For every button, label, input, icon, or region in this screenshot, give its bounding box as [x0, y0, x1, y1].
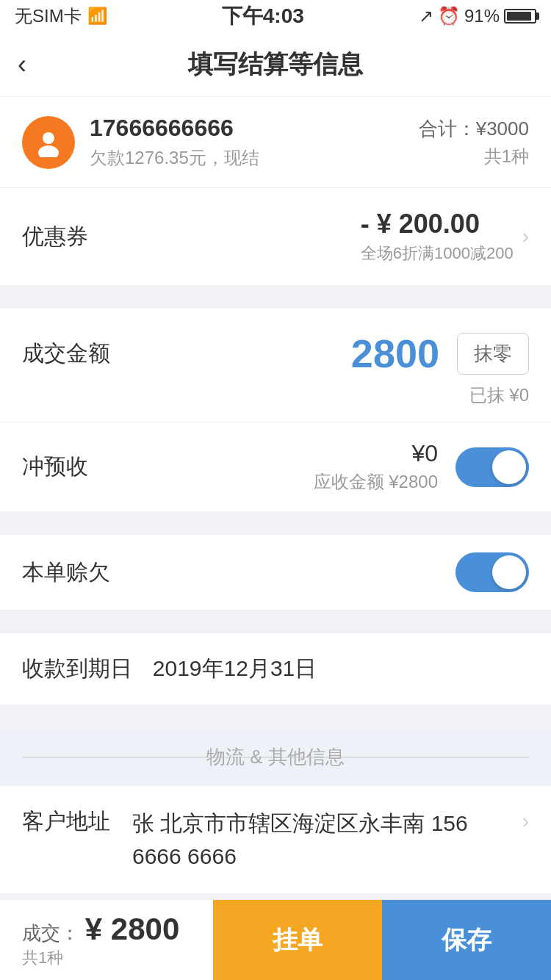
address-label: 客户地址 — [22, 807, 110, 837]
svg-point-0 — [43, 132, 54, 144]
wifi-icon: 📶 — [87, 7, 107, 26]
status-left: 无SIM卡 📶 — [15, 4, 107, 28]
divider-2 — [0, 523, 551, 535]
customer-row: 17666666666 欠款1276.35元，现结 合计：¥3000 共1种 — [0, 97, 551, 188]
address-value: 张 北京市市辖区海淀区永丰南 156 6666 6666 — [132, 807, 511, 873]
prepay-row: 冲预收 ¥0 应收金额 ¥2800 — [0, 422, 551, 511]
amount-right: 2800 抹零 — [351, 331, 529, 376]
battery-icon — [504, 9, 536, 24]
footer-info: 成交： ¥ 2800 共1种 — [0, 912, 213, 969]
customer-left: 17666666666 欠款1276.35元，现结 — [22, 115, 259, 170]
footer-total-amount: ¥ 2800 — [85, 912, 179, 946]
logistics-title: 物流 & 其他信息 — [206, 746, 345, 768]
coupon-label: 优惠券 — [22, 222, 88, 252]
coupon-right: - ¥ 200.00 全场6折满1000减200 › — [361, 209, 529, 264]
save-button[interactable]: 保存 — [382, 900, 551, 980]
amount-section: 成交金额 2800 抹零 已抹 ¥0 冲预收 ¥0 应收金额 ¥2800 — [0, 309, 551, 511]
total-count: 共1种 — [419, 145, 529, 168]
carrier-label: 无SIM卡 — [15, 4, 82, 28]
page-title: 填写结算等信息 — [188, 48, 363, 82]
arrears-section: 本单赊欠 — [0, 535, 551, 610]
duedate-value: 2019年12月31日 — [153, 656, 317, 680]
arrears-toggle[interactable] — [455, 552, 529, 592]
avatar — [22, 116, 75, 169]
footer-count: 共1种 — [22, 947, 191, 969]
address-row[interactable]: 客户地址 张 北京市市辖区海淀区永丰南 156 6666 6666 › — [0, 786, 551, 893]
coupon-chevron-icon: › — [522, 225, 529, 248]
divider-4 — [0, 716, 551, 728]
battery-fill — [507, 12, 531, 21]
status-right: ↗ ⏰ 91% — [419, 6, 536, 26]
prepay-amount-block: ¥0 应收金额 ¥2800 — [314, 440, 438, 494]
hold-button[interactable]: 挂单 — [213, 900, 382, 980]
back-button[interactable]: ‹ — [18, 49, 26, 80]
status-time: 下午4:03 — [222, 2, 304, 30]
divider-3 — [0, 621, 551, 633]
divider-1 — [0, 297, 551, 309]
amount-sub: 已抹 ¥0 — [0, 383, 551, 422]
arrears-label: 本单赊欠 — [22, 558, 110, 588]
logistics-section-header: 物流 & 其他信息 — [0, 728, 551, 786]
customer-right: 合计：¥3000 共1种 — [419, 116, 529, 168]
customer-section: 17666666666 欠款1276.35元，现结 合计：¥3000 共1种 优… — [0, 97, 551, 285]
amount-label: 成交金额 — [22, 339, 110, 369]
customer-debt: 欠款1276.35元，现结 — [90, 146, 259, 170]
customer-phone: 17666666666 — [90, 115, 259, 142]
footer-total-label: 成交： ¥ 2800 — [22, 912, 191, 947]
amount-value: 2800 — [351, 331, 439, 376]
coupon-discount: - ¥ 200.00 — [361, 209, 514, 239]
prepay-receivable: 应收金额 ¥2800 — [314, 470, 438, 494]
prepay-right: ¥0 应收金额 ¥2800 — [314, 440, 529, 494]
duedate-label: 收款到期日 — [22, 656, 132, 680]
svg-point-1 — [38, 145, 59, 157]
round-zero-button[interactable]: 抹零 — [457, 333, 529, 375]
location-icon: ↗ — [419, 6, 433, 26]
prepay-label: 冲预收 — [22, 452, 88, 482]
prepay-amount: ¥0 — [314, 440, 438, 467]
amount-row: 成交金额 2800 抹零 — [0, 309, 551, 383]
duedate-section: 收款到期日 2019年12月31日 — [0, 633, 551, 705]
battery-percent: 91% — [464, 6, 500, 26]
coupon-desc: 全场6折满1000减200 — [361, 242, 514, 264]
status-bar: 无SIM卡 📶 下午4:03 ↗ ⏰ 91% — [0, 0, 551, 32]
coupon-row[interactable]: 优惠券 - ¥ 200.00 全场6折满1000减200 › — [0, 188, 551, 285]
prepay-toggle[interactable] — [455, 447, 529, 487]
address-chevron-icon: › — [522, 810, 529, 833]
arrears-toggle-knob — [492, 555, 526, 589]
alarm-icon: ⏰ — [438, 6, 460, 26]
customer-info: 17666666666 欠款1276.35元，现结 — [90, 115, 259, 170]
nav-bar: ‹ 填写结算等信息 — [0, 32, 551, 97]
footer: 成交： ¥ 2800 共1种 挂单 保存 — [0, 899, 551, 980]
toggle-knob — [492, 450, 526, 484]
total-label: 合计：¥3000 — [419, 116, 529, 142]
